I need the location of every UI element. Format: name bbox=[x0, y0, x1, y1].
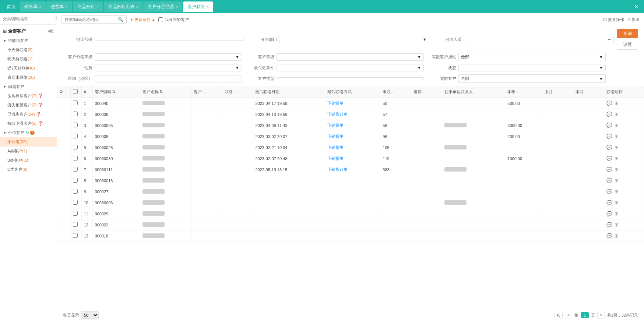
grid-action-icon-8[interactable]: ⊞ bbox=[615, 189, 619, 194]
row-last-type-0[interactable]: 下销货单 bbox=[325, 98, 380, 109]
th-this-year[interactable]: 本年... bbox=[505, 86, 542, 98]
more-filters-btn[interactable]: ▼ 更多条件 ▲ bbox=[130, 17, 155, 22]
my-customers-check[interactable] bbox=[158, 17, 163, 22]
sidebar-item-tomorrow-contact[interactable]: 明天待联络(1) bbox=[0, 54, 57, 64]
sidebar-item-churn-warning[interactable]: 流失预警客户(3) ❓ bbox=[0, 100, 57, 110]
refresh-icon[interactable]: ↻ bbox=[26, 130, 29, 135]
grid-action-icon-11[interactable]: ⊞ bbox=[615, 222, 619, 227]
row-checkbox-0[interactable] bbox=[70, 98, 81, 109]
grid-action-icon-4[interactable]: ⊞ bbox=[615, 145, 619, 150]
tab-sales-order[interactable]: 销售单 × bbox=[20, 1, 46, 12]
row-last-type-5[interactable]: 下销货单 bbox=[325, 153, 380, 164]
all-customers-header[interactable]: ⊞ 全部客户 ≪ bbox=[0, 25, 57, 36]
close-icon-customer-segment[interactable]: × bbox=[176, 5, 178, 9]
row-checkbox-5[interactable] bbox=[70, 153, 81, 164]
chat-icon-6[interactable]: 💬 bbox=[606, 167, 612, 172]
payment-select[interactable]: ▼ bbox=[277, 64, 424, 71]
status-select[interactable]: ▼ bbox=[458, 64, 606, 71]
row-check-3[interactable] bbox=[73, 134, 78, 138]
th-last-month[interactable]: 上月... bbox=[542, 86, 573, 98]
collapse-icon[interactable]: ≪ bbox=[47, 28, 54, 35]
row-last-type-2[interactable]: 下销货单 bbox=[325, 120, 380, 131]
sidebar-item-class-c[interactable]: C类客户(6) bbox=[0, 165, 57, 174]
grid-action-icon-3[interactable]: ⊞ bbox=[615, 134, 619, 139]
row-check-9[interactable] bbox=[73, 200, 78, 205]
select-all-checkbox[interactable] bbox=[73, 89, 78, 94]
close-icon-sales[interactable]: × bbox=[39, 5, 41, 9]
tab-product-analysis[interactable]: 商品分析 × bbox=[73, 1, 103, 12]
grid-action-icon-9[interactable]: ⊞ bbox=[615, 200, 619, 205]
th-customer-name[interactable]: 客户名称⇅ bbox=[140, 86, 191, 98]
sidebar-search-box[interactable]: 🔍 bbox=[0, 13, 57, 25]
grid-action-icon-5[interactable]: ⊞ bbox=[615, 156, 619, 161]
chat-icon-12[interactable]: 💬 bbox=[606, 233, 612, 239]
window-close-button[interactable]: × bbox=[632, 3, 641, 10]
row-last-type-3[interactable]: 下销货单 bbox=[325, 131, 380, 142]
sidebar-item-class-a[interactable]: A类客户(1) bbox=[0, 147, 57, 156]
settings-icon[interactable]: ⚙ bbox=[59, 89, 63, 94]
chat-icon-1[interactable]: 💬 bbox=[606, 112, 612, 117]
home-tab[interactable]: 首页 bbox=[3, 4, 19, 10]
chat-icon-11[interactable]: 💬 bbox=[606, 222, 612, 227]
row-check-2[interactable] bbox=[73, 123, 78, 127]
row-last-type-6[interactable]: 下销售订单 bbox=[325, 164, 380, 175]
price-level-select[interactable]: ▼ bbox=[95, 53, 242, 61]
row-check-6[interactable] bbox=[73, 167, 78, 172]
row-checkbox-7[interactable] bbox=[70, 175, 81, 186]
customer-level-select[interactable]: ▼ bbox=[277, 53, 424, 61]
search-icon[interactable]: 🔍 bbox=[118, 17, 123, 22]
row-check-8[interactable] bbox=[73, 189, 78, 194]
contact-type-link-1[interactable]: 下销售订单 bbox=[327, 112, 348, 116]
chat-icon-5[interactable]: 💬 bbox=[606, 156, 612, 161]
th-unit-contact[interactable]: 往来单位联系人 bbox=[442, 86, 505, 98]
row-checkbox-6[interactable] bbox=[70, 164, 81, 175]
grid-action-icon-0[interactable]: ⊞ bbox=[615, 100, 619, 106]
first-page-btn[interactable]: K bbox=[555, 312, 562, 318]
sidebar-item-today-contact[interactable]: 今天待联络(0) bbox=[0, 45, 57, 54]
sidebar-item-abnormal[interactable]: 囤购异常客户(2) ❓ bbox=[0, 91, 57, 100]
th-this-month[interactable]: 本月... bbox=[573, 86, 604, 98]
row-check-4[interactable] bbox=[73, 145, 78, 149]
row-checkbox-2[interactable] bbox=[70, 120, 81, 131]
phone-input[interactable] bbox=[95, 38, 244, 41]
th-checkbox[interactable] bbox=[70, 86, 81, 98]
row-checkbox-9[interactable] bbox=[70, 197, 81, 208]
row-checkbox-1[interactable] bbox=[70, 109, 81, 120]
prev-page-btn[interactable]: < bbox=[565, 312, 572, 318]
th-settings[interactable]: ⚙ bbox=[57, 86, 70, 98]
search-input[interactable] bbox=[65, 17, 116, 22]
tab-purchase-order[interactable]: 进货单 × bbox=[46, 1, 72, 12]
group-waiting-contact[interactable]: ▼ 待联络客户 bbox=[0, 36, 57, 45]
sidebar-search-input[interactable] bbox=[3, 17, 54, 21]
th-last-contact-date[interactable]: 最后联络日期 bbox=[253, 86, 325, 98]
row-check-0[interactable] bbox=[73, 100, 78, 105]
close-icon-customer-contact[interactable]: × bbox=[207, 5, 209, 9]
close-icon-purchase[interactable]: × bbox=[66, 5, 68, 9]
contact-type-link-5[interactable]: 下销货单 bbox=[327, 156, 344, 160]
contact-type-link-6[interactable]: 下销售订单 bbox=[327, 167, 348, 172]
th-overdue[interactable]: 逾期... bbox=[411, 86, 442, 98]
row-checkbox-4[interactable] bbox=[70, 142, 81, 153]
chat-icon-7[interactable]: 💬 bbox=[606, 178, 612, 183]
contact-type-link-2[interactable]: 下销货单 bbox=[327, 123, 344, 127]
group-value-customers[interactable]: ▼ 价值客户 ↻ ! bbox=[0, 128, 57, 137]
row-checkbox-8[interactable] bbox=[70, 186, 81, 197]
th-uncontacted[interactable]: 未联... bbox=[380, 86, 411, 98]
dept-select[interactable]: ▼ bbox=[279, 36, 429, 43]
export-btn[interactable]: ↗ 导出 bbox=[627, 17, 640, 22]
grid-action-icon-2[interactable]: ⊞ bbox=[615, 123, 619, 128]
close-icon-product-analysis[interactable]: × bbox=[96, 5, 99, 9]
search-box[interactable]: 🔍 bbox=[61, 15, 127, 24]
row-check-12[interactable] bbox=[73, 233, 78, 238]
row-check-5[interactable] bbox=[73, 156, 78, 160]
row-check-10[interactable] bbox=[73, 211, 78, 216]
reset-button[interactable]: 设置 bbox=[617, 40, 638, 50]
th-customer-level[interactable]: 客户... bbox=[191, 86, 222, 98]
sidebar-item-churned[interactable]: 已流失客户(24) ❓ bbox=[0, 110, 57, 119]
tab-product-analysis-list[interactable]: 商品分析列表 × bbox=[104, 1, 143, 12]
region-input[interactable]: ··· bbox=[95, 75, 242, 82]
customer-type-input[interactable] bbox=[277, 77, 424, 80]
row-checkbox-10[interactable] bbox=[70, 208, 81, 219]
row-check-7[interactable] bbox=[73, 178, 78, 183]
chat-icon-3[interactable]: 💬 bbox=[606, 134, 612, 139]
